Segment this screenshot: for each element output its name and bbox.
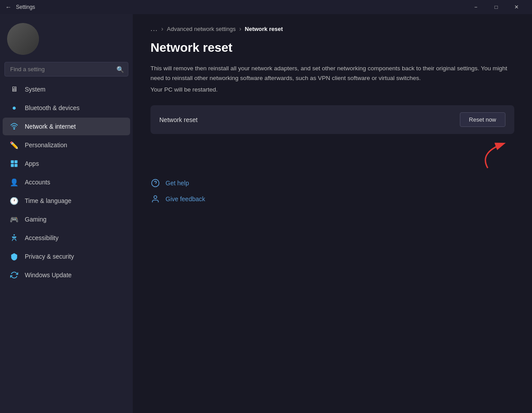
sidebar-item-network[interactable]: Network & internet [3, 118, 130, 135]
give-feedback-label: Give feedback [166, 195, 205, 203]
get-help-icon [150, 178, 160, 188]
reset-card-label: Network reset [159, 116, 197, 123]
window-controls: − □ ✕ [466, 0, 527, 14]
search-box: 🔍 [4, 62, 128, 76]
breadcrumb-dots[interactable]: ... [150, 25, 158, 33]
get-help-label: Get help [166, 180, 189, 187]
back-icon[interactable]: ← [5, 4, 12, 11]
sidebar-item-gaming[interactable]: 🎮 Gaming [3, 210, 130, 228]
windows-update-icon [10, 271, 19, 279]
privacy-icon [10, 252, 19, 261]
svg-point-5 [14, 234, 15, 236]
breadcrumb-sep-1: › [161, 25, 163, 32]
sidebar-item-label: Network & internet [25, 123, 76, 130]
page-title: Network reset [150, 41, 514, 55]
arrow-svg [426, 139, 514, 170]
description-text: This will remove then reinstall all your… [150, 64, 514, 83]
accessibility-icon [10, 233, 19, 242]
avatar [7, 23, 39, 55]
system-icon: 🖥 [10, 85, 19, 94]
sidebar-item-windows-update[interactable]: Windows Update [3, 266, 130, 284]
help-links: Get help Give feedback [150, 176, 514, 206]
svg-rect-3 [11, 164, 14, 167]
sidebar-item-time[interactable]: 🕐 Time & language [3, 192, 130, 210]
breadcrumb-sep-2: › [239, 25, 241, 32]
sidebar-item-label: Personalization [25, 141, 67, 149]
give-feedback-link[interactable]: Give feedback [150, 192, 514, 206]
breadcrumb: ... › Advanced network settings › Networ… [150, 25, 514, 33]
sidebar-item-system[interactable]: 🖥 System [3, 80, 130, 98]
restart-note: Your PC will be restarted. [150, 86, 514, 93]
arrow-annotation [150, 139, 514, 166]
breadcrumb-parent[interactable]: Advanced network settings [167, 26, 235, 32]
gaming-icon: 🎮 [10, 215, 19, 224]
search-icon: 🔍 [116, 66, 124, 73]
sidebar-item-privacy[interactable]: Privacy & security [3, 248, 130, 265]
svg-point-9 [154, 196, 157, 199]
accounts-icon: 👤 [10, 178, 19, 187]
svg-rect-2 [15, 161, 18, 164]
svg-rect-4 [15, 164, 18, 167]
breadcrumb-current: Network reset [245, 26, 283, 32]
bluetooth-icon: ● [10, 103, 19, 112]
close-button[interactable]: ✕ [506, 0, 527, 14]
personalization-icon: ✏️ [10, 141, 19, 149]
time-icon: 🕐 [10, 196, 19, 205]
sidebar-item-label: Time & language [25, 197, 71, 204]
titlebar: ← Settings − □ ✕ [0, 0, 532, 14]
network-reset-card: Network reset Reset now [150, 105, 514, 134]
sidebar-item-label: Accessibility [25, 234, 58, 241]
svg-point-0 [14, 128, 15, 129]
content-area: ... › Advanced network settings › Networ… [133, 14, 532, 413]
search-input[interactable] [4, 62, 128, 76]
sidebar-item-accessibility[interactable]: Accessibility [3, 229, 130, 247]
sidebar-item-label: Apps [25, 160, 39, 167]
apps-icon [10, 159, 19, 168]
network-icon [10, 122, 19, 131]
sidebar-item-label: Bluetooth & devices [25, 104, 80, 111]
sidebar-item-accounts[interactable]: 👤 Accounts [3, 173, 130, 191]
minimize-button[interactable]: − [466, 0, 486, 14]
sidebar-item-label: System [25, 86, 46, 93]
sidebar-item-label: Accounts [25, 179, 50, 186]
give-feedback-icon [150, 194, 160, 204]
sidebar-item-bluetooth[interactable]: ● Bluetooth & devices [3, 99, 130, 117]
sidebar-item-label: Privacy & security [25, 253, 74, 260]
sidebar-item-label: Gaming [25, 216, 46, 223]
reset-now-button[interactable]: Reset now [460, 112, 505, 127]
sidebar-item-apps[interactable]: Apps [3, 155, 130, 172]
sidebar: 🔍 🖥 System ● Bluetooth & devices Network… [0, 14, 133, 413]
avatar-area [0, 14, 133, 62]
sidebar-item-label: Windows Update [25, 272, 72, 279]
maximize-button[interactable]: □ [486, 0, 506, 14]
get-help-link[interactable]: Get help [150, 176, 514, 190]
titlebar-title: Settings [16, 4, 35, 10]
sidebar-item-personalization[interactable]: ✏️ Personalization [3, 136, 130, 154]
svg-rect-1 [11, 161, 14, 164]
